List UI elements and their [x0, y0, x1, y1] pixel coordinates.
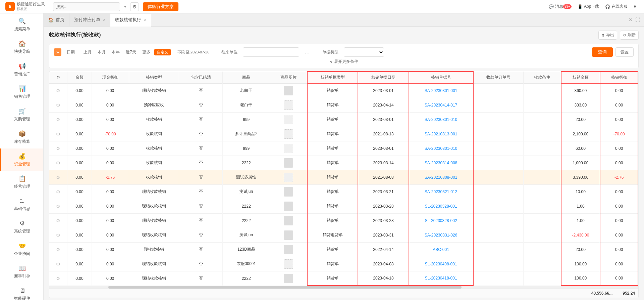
home-icon: 🏠 — [48, 17, 54, 23]
cell-balance: 0.00 — [67, 184, 92, 199]
col-included-settled-header: 包含已结清 — [179, 72, 223, 83]
guide-icon: 📖 — [18, 265, 26, 272]
cell-goods-image — [270, 184, 308, 199]
cell-bill-no[interactable]: SA-20230331-026 — [409, 228, 473, 242]
col-receipt-condition-header: 收款条件 — [524, 72, 561, 83]
cell-bill-no[interactable]: SA-20230414-017 — [409, 98, 473, 112]
table-row: ⚙ 0.00 0.00 现结收款核销 否 2222 销货单 2023-04-18… — [49, 271, 638, 286]
sidebar-item-guide[interactable]: 📖 新手引导 — [0, 261, 43, 283]
online-service-btn[interactable]: 🎧 在线客服 — [605, 4, 628, 9]
cell-goods: 2222 — [223, 271, 270, 286]
sidebar-item-label-inventory: 库存核算 — [14, 139, 30, 144]
sidebar-item-finance[interactable]: 💰 资金管理 — [0, 148, 43, 171]
bill-type-select[interactable] — [344, 47, 384, 57]
cell-gear: ⚙ — [49, 213, 67, 228]
party-input[interactable] — [243, 47, 299, 57]
sidebar-item-label-purchase: 采购管理 — [14, 116, 30, 122]
system-icon: ⚙ — [19, 220, 25, 227]
horizontal-scrollbar[interactable] — [49, 286, 638, 289]
search-input[interactable] — [53, 2, 120, 11]
sidebar-item-sales[interactable]: 📊 销售管理 — [0, 81, 43, 103]
cell-bill-no[interactable]: SL-20230328-002 — [409, 213, 473, 228]
cell-gear: ⚙ — [49, 170, 67, 184]
cell-bill-type: 销货单 — [307, 156, 358, 170]
query-btn[interactable]: 查询 — [592, 47, 613, 57]
more-link[interactable]: 更多 — [140, 49, 152, 56]
cell-goods-image — [270, 228, 308, 242]
sidebar-item-label-smart: 智能硬件 — [14, 296, 30, 300]
corp-icon: 🤝 — [18, 242, 26, 250]
cell-balance: 0.00 — [67, 127, 92, 141]
last-7-link[interactable]: 近7天 — [124, 49, 138, 56]
industry-btn[interactable]: 体验行业方案 — [143, 2, 178, 11]
cell-bill-type: 销货单 — [307, 112, 358, 127]
sidebar-item-search[interactable]: 🔍 搜索菜单 — [0, 13, 43, 36]
cell-goods: 多计量商品2 — [223, 127, 270, 141]
window-close-icon[interactable]: ✕ — [629, 17, 633, 23]
this-year-link[interactable]: 本年 — [110, 49, 122, 56]
cell-bill-no[interactable]: ABC-001 — [409, 242, 473, 257]
cell-goods: 999 — [223, 112, 270, 127]
cell-bill-no[interactable]: SL-20230418-001 — [409, 271, 473, 286]
cell-write-off-discount: 0.00 — [600, 98, 638, 112]
cell-bill-no[interactable]: SA-20210813-001 — [409, 127, 473, 141]
tab-prepay[interactable]: 预付冲应付单 × — [69, 13, 110, 26]
table-row: ⚙ 0.00 -70.00 收款核销 否 多计量商品2 销货单 2021-08-… — [49, 127, 638, 141]
col-write-off-amount-header: 核销金额 — [561, 72, 600, 83]
sidebar-item-corp[interactable]: 🤝 企业协同 — [0, 238, 43, 261]
cell-bill-no[interactable]: SA-20230321-012 — [409, 184, 473, 199]
sidebar-item-purchase[interactable]: 🛒 采购管理 — [0, 103, 43, 126]
export-btn[interactable]: ⬆ 导出 — [598, 31, 617, 40]
cell-bill-no[interactable]: SL-20230328-001 — [409, 199, 473, 213]
filter-collapse-btn[interactable]: » — [54, 48, 61, 56]
this-month-link[interactable]: 本月 — [96, 49, 108, 56]
data-table: ⚙ 余额 现金折扣 核销类型 包含已结清 商品 商品图片 核销单据类型 核销单据… — [49, 71, 638, 286]
cell-bill-no[interactable]: SL-20230408-001 — [409, 257, 473, 271]
cell-goods: 2222 — [223, 199, 270, 213]
sidebar-item-system[interactable]: ⚙ 系统管理 — [0, 216, 43, 238]
sidebar-item-operation[interactable]: 📋 经营管理 — [0, 171, 43, 194]
cell-bill-no[interactable]: SA-20210808-001 — [409, 170, 473, 184]
user-name[interactable]: Rit — [634, 4, 639, 9]
settings-btn[interactable]: 设置 — [615, 47, 634, 57]
sidebar-item-base[interactable]: 🗂 基础信息 — [0, 194, 43, 216]
sidebar-item-smart[interactable]: 🖥 智能硬件 — [0, 283, 43, 300]
tab-home[interactable]: 🏠 首页 — [44, 13, 69, 26]
cell-bill-no[interactable]: SA-20230314-008 — [409, 156, 473, 170]
cell-gear: ⚙ — [49, 199, 67, 213]
window-expand-icon[interactable]: ⛶ — [635, 17, 640, 23]
scrollbar-thumb[interactable] — [108, 286, 462, 289]
cell-write-off-amount: 1.00 — [561, 213, 600, 228]
sidebar-item-inventory[interactable]: 📦 库存核算 — [0, 126, 43, 148]
cell-bill-type: 销货单 — [307, 98, 358, 112]
chevron-down-icon[interactable]: ▾ — [124, 4, 126, 9]
finance-icon: 💰 — [18, 153, 26, 160]
cell-write-off-type: 现结收款核销 — [129, 213, 179, 228]
sidebar-item-nav[interactable]: 🏠 快捷导航 — [0, 36, 43, 58]
custom-btn[interactable]: 自定义 — [154, 49, 171, 55]
cell-bill-no[interactable]: SA-20230301-010 — [409, 141, 473, 156]
cell-bill-date: 2023-03-01 — [358, 83, 409, 98]
tab-receipt-close[interactable]: × — [144, 17, 146, 22]
sidebar-item-marketing[interactable]: 📢 营销推广 — [0, 58, 43, 81]
cell-balance: 0.00 — [67, 213, 92, 228]
sidebar-item-label-marketing: 营销推广 — [14, 71, 30, 77]
cell-write-off-discount: 0.00 — [600, 199, 638, 213]
cell-receipt-order-no — [473, 112, 524, 127]
cell-goods-image — [270, 199, 308, 213]
last-month-link[interactable]: 上月 — [82, 49, 94, 56]
app-download-btn[interactable]: 📱 App下载 — [578, 4, 599, 9]
settings-icon[interactable]: ⚙ — [130, 2, 139, 11]
cell-write-off-amount: 2,100.00 — [561, 127, 600, 141]
expand-more-btn[interactable]: ∨ 展开更多条件 — [330, 59, 358, 65]
tab-receipt[interactable]: 收款核销执行 × — [110, 14, 151, 27]
messages-btn[interactable]: 💬 消息 99+ — [549, 4, 572, 9]
cell-bill-no[interactable]: SA-20230301-001 — [409, 83, 473, 98]
cell-goods: 测试多属性 — [223, 170, 270, 184]
cell-bill-date: 2022-04-14 — [358, 242, 409, 257]
cell-balance: 0.00 — [67, 199, 92, 213]
cell-bill-no[interactable]: SA-20230301-010 — [409, 112, 473, 127]
refresh-btn[interactable]: ↻ 刷新 — [620, 31, 639, 40]
tab-prepay-close[interactable]: × — [103, 17, 105, 22]
cell-included-settled: 否 — [179, 83, 223, 98]
